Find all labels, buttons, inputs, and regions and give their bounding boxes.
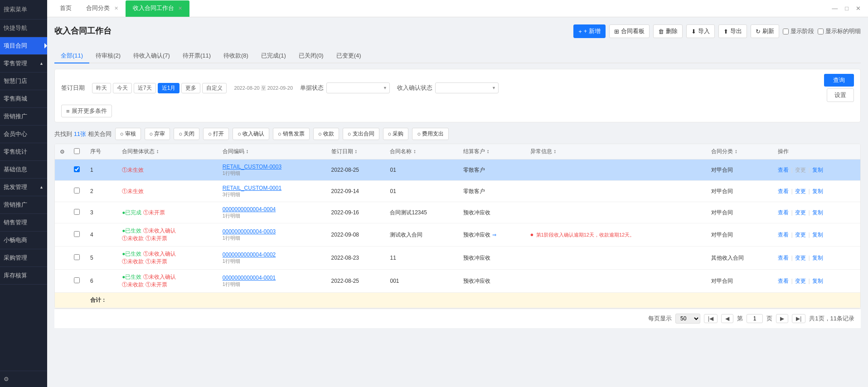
action-expense-btn[interactable]: ○ 费用支出 <box>412 128 449 140</box>
action-sales-invoice-btn[interactable]: ○ 销售发票 <box>273 128 310 140</box>
col-date[interactable]: 签订日期 ↕ <box>327 144 386 160</box>
row4-change[interactable]: 变更 <box>795 232 806 238</box>
col-exception[interactable]: 异常信息 ↕ <box>526 144 707 160</box>
row2-code-link[interactable]: RETAIL_CUSTOM-0001 <box>223 185 281 191</box>
sidebar-item-retail-mgmt[interactable]: 零售管理 ▲ <box>0 55 47 73</box>
next-page-btn[interactable]: ▶ <box>776 314 788 323</box>
row3-checkbox[interactable] <box>74 209 80 215</box>
date-btn-7days[interactable]: 近7天 <box>134 83 156 93</box>
minimize-button[interactable]: — <box>830 4 839 13</box>
sidebar-item-basic-info[interactable]: 基础信息 <box>0 161 47 179</box>
action-abandon-review-btn[interactable]: ○ 弃审 <box>145 128 170 140</box>
action-purchase-btn[interactable]: ○ 采购 <box>383 128 409 140</box>
query-button[interactable]: 查询 <box>824 74 854 87</box>
row4-code-link[interactable]: 0000000000004-0003 <box>223 228 276 235</box>
action-receipt-btn[interactable]: ○ 收款 <box>313 128 339 140</box>
row5-copy[interactable]: 复制 <box>812 255 823 261</box>
sidebar-item-sales-mgmt[interactable]: 销售管理 <box>0 214 47 232</box>
date-btn-more[interactable]: 更多 <box>181 83 200 93</box>
col-code[interactable]: 合同编码 ↕ <box>218 144 327 160</box>
sidebar-item-smart-store[interactable]: 智慧门店 <box>0 73 47 90</box>
refresh-button[interactable]: ↻ 刷新 <box>751 24 779 38</box>
col-category[interactable]: 合同分类 ↕ <box>707 144 773 160</box>
tab-contract-category[interactable]: 合同分类 ✕ <box>79 0 126 17</box>
sidebar-item-marketing1[interactable]: 营销推广 <box>0 108 47 126</box>
row3-change[interactable]: 变更 <box>795 209 806 216</box>
sidebar-item-wholesale-mgmt[interactable]: 批发管理 ▲ <box>0 179 47 196</box>
filter-tab-all[interactable]: 全部(11) <box>54 49 89 63</box>
import-button[interactable]: ⬇ 导入 <box>686 24 715 38</box>
show-mark-checkbox[interactable] <box>818 29 824 34</box>
sidebar-item-marketing2[interactable]: 营销推广 <box>0 196 47 214</box>
sidebar-item-retail-mall[interactable]: 零售商城 <box>0 90 47 108</box>
date-btn-custom[interactable]: 自定义 <box>202 83 227 93</box>
close-button[interactable]: ✕ <box>854 4 863 13</box>
filter-tab-closed[interactable]: 已关闭(0) <box>292 49 330 63</box>
sidebar-quick-nav[interactable]: 快捷导航 <box>0 19 47 37</box>
row6-code-link[interactable]: 0000000000004-0001 <box>223 275 276 281</box>
action-close-btn[interactable]: ○ 关闭 <box>174 128 199 140</box>
row3-code-link[interactable]: 0000000000004-0004 <box>223 206 276 213</box>
set-button[interactable]: 设置 <box>827 88 854 102</box>
sidebar-settings[interactable]: ⚙ <box>0 371 47 387</box>
route-icon[interactable]: ⇒ <box>492 232 496 237</box>
action-review-btn[interactable]: ○ 审核 <box>115 128 141 140</box>
filter-tab-completed[interactable]: 已完成(1) <box>255 49 292 63</box>
row5-change[interactable]: 变更 <box>795 255 806 261</box>
col-name[interactable]: 合同名称 ↕ <box>385 144 459 160</box>
maximize-button[interactable]: □ <box>843 4 850 13</box>
row2-checkbox[interactable] <box>74 188 80 194</box>
sidebar-item-inventory[interactable]: 库存核算 <box>0 267 47 285</box>
col-settings[interactable]: ⚙ <box>55 144 69 160</box>
row5-view[interactable]: 查看 <box>778 255 789 261</box>
sidebar-item-retail-stats[interactable]: 零售统计 <box>0 143 47 161</box>
row2-change[interactable]: 变更 <box>795 188 806 194</box>
row3-copy[interactable]: 复制 <box>812 209 823 216</box>
filter-tab-changed[interactable]: 已变更(4) <box>330 49 368 63</box>
filter-tab-pending-receipt[interactable]: 待收款(8) <box>217 49 255 63</box>
sidebar-item-member-center[interactable]: 会员中心 <box>0 126 47 143</box>
last-page-btn[interactable]: ▶| <box>792 314 805 323</box>
delete-button[interactable]: 🗑 删除 <box>653 24 683 38</box>
first-page-btn[interactable]: |◀ <box>704 314 718 323</box>
row6-copy[interactable]: 复制 <box>812 278 823 284</box>
row1-checkbox[interactable] <box>74 166 80 172</box>
contract-board-button[interactable]: ⊞ 合同看板 <box>609 24 650 38</box>
row4-copy[interactable]: 复制 <box>812 232 823 238</box>
row2-copy[interactable]: 复制 <box>812 188 823 194</box>
row1-code-link[interactable]: RETAIL_CUSTOM-0003 <box>223 164 281 170</box>
row2-view[interactable]: 查看 <box>778 188 789 194</box>
show-stage-checkbox[interactable] <box>783 29 789 34</box>
sidebar-item-purchase-mgmt[interactable]: 采购管理 <box>0 249 47 267</box>
action-income-confirm-btn[interactable]: ○ 收入确认 <box>233 128 269 140</box>
tab-home[interactable]: 首页 <box>53 0 79 17</box>
row1-copy[interactable]: 复制 <box>812 167 823 173</box>
row3-view[interactable]: 查看 <box>778 209 789 216</box>
sidebar-search[interactable]: 搜索菜单 <box>0 0 47 19</box>
col-customer[interactable]: 结算客户 ↕ <box>459 144 525 160</box>
col-checkbox[interactable] <box>69 144 86 160</box>
sidebar-item-ecommerce[interactable]: 小畅电商 <box>0 232 47 249</box>
row6-change[interactable]: 变更 <box>795 278 806 284</box>
tab-income-workbench-close[interactable]: ✕ <box>178 5 182 11</box>
page-size-select[interactable]: 10 20 50 100 <box>675 314 700 324</box>
filter-tab-pending-review[interactable]: 待审核(2) <box>89 49 127 63</box>
row4-checkbox[interactable] <box>74 231 80 237</box>
export-button[interactable]: ⬆ 导出 <box>718 24 747 38</box>
row6-view[interactable]: 查看 <box>778 278 789 284</box>
prev-page-btn[interactable]: ◀ <box>721 314 733 323</box>
receive-status-select[interactable] <box>435 82 499 93</box>
expand-more-btn[interactable]: ≡ 展开更多条件 <box>61 105 112 117</box>
page-input[interactable] <box>747 314 763 323</box>
row5-code-link[interactable]: 0000000000004-0002 <box>223 252 276 258</box>
filter-tab-pending-invoice[interactable]: 待开票(11) <box>176 49 217 63</box>
action-expense-contract-btn[interactable]: ○ 支出合同 <box>343 128 379 140</box>
new-button[interactable]: + + 新增 <box>573 24 606 38</box>
date-btn-1month[interactable]: 近1月 <box>158 83 180 93</box>
tab-contract-category-close[interactable]: ✕ <box>114 5 118 11</box>
col-status[interactable]: 合同整体状态 ↕ <box>117 144 218 160</box>
select-all-checkbox[interactable] <box>74 148 80 154</box>
tab-income-contract-workbench[interactable]: 收入合同工作台 ✕ <box>126 0 190 17</box>
date-btn-yesterday[interactable]: 昨天 <box>92 83 111 93</box>
date-btn-today[interactable]: 今天 <box>113 83 132 93</box>
